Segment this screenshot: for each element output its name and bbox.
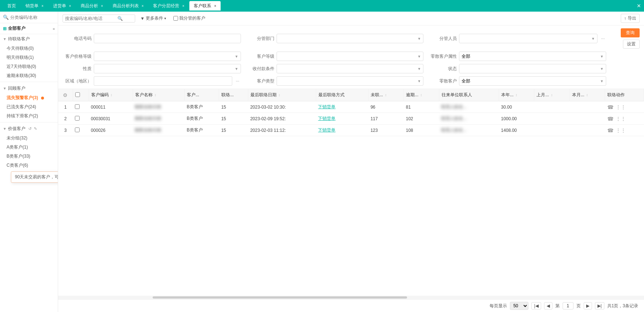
tab-close-0[interactable]: × — [41, 4, 44, 8]
sidebar-all-customers[interactable]: ⊞ 全部客户 « — [0, 23, 58, 34]
sidebar-item-7days[interactable]: 近7天待联络(0) — [0, 62, 58, 71]
row-checkbox-0[interactable] — [75, 104, 80, 109]
sort-icon-overdue[interactable]: ↕ — [420, 93, 422, 97]
close-window-button[interactable]: ✕ — [637, 3, 641, 9]
cell-name-2: 顾客名称示例 — [133, 125, 185, 136]
sort-icon-date[interactable]: ↕ — [278, 93, 280, 97]
sidebar-item-lost-customers[interactable]: 已流失客户(24) — [0, 102, 58, 112]
query-button[interactable]: 查询 — [621, 28, 640, 37]
sidebar-item-c-class[interactable]: C类客户(6) — [0, 161, 58, 170]
contact-icon-0[interactable]: ☎ — [607, 104, 613, 110]
tab-close-2[interactable]: × — [101, 4, 103, 8]
status-select[interactable]: ▼ — [459, 64, 606, 73]
cell-last-method-1: 下销货单 — [316, 113, 368, 125]
price-level-select[interactable]: ▼ — [94, 52, 241, 61]
per-page-select[interactable]: 50 100 200 — [510, 302, 528, 310]
nature-select[interactable]: ▼ — [94, 64, 241, 73]
status-label: 状态 — [428, 66, 457, 72]
cell-checkbox-0 — [73, 101, 89, 113]
type-select[interactable]: ▼ — [277, 76, 424, 86]
tab-close-1[interactable]: × — [69, 4, 71, 8]
more-conditions-button[interactable]: ▼ 更多条件 ▾ — [138, 14, 168, 23]
tab-close-4[interactable]: × — [182, 4, 184, 8]
region-select[interactable] — [94, 76, 232, 86]
sort-icon-unlinking[interactable]: ↕ — [385, 93, 387, 97]
nav-home-tab[interactable]: 首页 — [3, 1, 20, 11]
page-number-input[interactable] — [563, 302, 573, 309]
scrollbar-thumb[interactable] — [153, 296, 407, 299]
th-liaison: 往来单位联系人 — [439, 89, 499, 101]
sidebar-item-today[interactable]: 今天待联络(0) — [0, 44, 58, 53]
search-input[interactable] — [65, 16, 116, 21]
sidebar-item-churn-warning[interactable]: 流失预警客户(3) — [0, 93, 58, 102]
nav-tab-5[interactable]: 客户联系 × — [189, 1, 221, 11]
gear-icon[interactable]: ⚙ — [63, 92, 68, 98]
row-checkbox-2[interactable] — [75, 127, 80, 132]
nav-tab-1[interactable]: 进货单 × — [49, 1, 76, 11]
more-icon-1[interactable]: ⋮⋮ — [616, 116, 626, 122]
sidebar-group-label-review[interactable]: ▼ 回顾客户 — [0, 84, 58, 93]
sort-icon-last-month[interactable]: ↕ — [551, 93, 553, 97]
sidebar-item-declining[interactable]: 持续下滑客户(2) — [0, 112, 58, 121]
next-page-btn[interactable]: ▶ — [584, 302, 592, 309]
cell-actions-1: ☎ ⋮⋮ — [605, 113, 644, 125]
nav-tab-3[interactable]: 商品分析列表 × — [108, 1, 148, 11]
sidebar-item-overdue[interactable]: 逾期未联络(30) — [0, 71, 58, 80]
sidebar-group-label-value[interactable]: ▼ 价值客户 ↺ ✎ — [0, 124, 58, 134]
prev-page-btn[interactable]: ◀ — [544, 302, 552, 309]
sidebar-collapse-btn[interactable]: « — [53, 27, 55, 31]
cell-name-0: 顾客名称示例 — [133, 101, 185, 113]
zero-customer-select[interactable]: 全部 ▼ — [459, 76, 606, 86]
item-ungrouped-label: 未分组(32) — [7, 135, 27, 141]
nav-tab-0[interactable]: 销货单 × — [21, 1, 48, 11]
sort-icon-this-year[interactable]: ↕ — [515, 93, 517, 97]
nav-tab-4[interactable]: 客户分层经营 × — [149, 1, 189, 11]
cell-actions-0: ☎ ⋮⋮ — [605, 101, 644, 113]
my-customers-checkbox-wrap[interactable]: 我分管的客户 — [171, 14, 208, 23]
tab-close-3[interactable]: × — [142, 4, 144, 8]
nav-tab-2[interactable]: 商品分析 × — [76, 1, 108, 11]
level-select[interactable]: ▼ — [277, 52, 424, 61]
more-icon-2[interactable]: ⋮⋮ — [616, 127, 626, 133]
cell-name-1: 顾客名称示例 — [133, 113, 185, 125]
group-label-value: 价值客户 — [8, 126, 25, 132]
sidebar-item-a-class[interactable]: A类客户(1) — [0, 143, 58, 152]
sidebar-search-input[interactable] — [10, 15, 58, 20]
contact-icon-1[interactable]: ☎ — [607, 116, 613, 122]
row-checkbox-1[interactable] — [75, 116, 80, 121]
phone-label: 电话号码 — [63, 36, 92, 42]
select-all-checkbox[interactable] — [75, 92, 80, 97]
my-customers-checkbox[interactable] — [173, 16, 178, 21]
settings-button[interactable]: 设置 — [623, 40, 640, 49]
payment-select[interactable]: ▼ — [277, 64, 424, 73]
horizontal-scrollbar[interactable] — [58, 296, 644, 299]
person-ellipsis[interactable]: ··· — [600, 36, 606, 41]
cell-type-0: B类客户 — [185, 101, 219, 113]
last-page-btn[interactable]: ▶| — [595, 302, 604, 309]
filter-row-4: 区域（地区） ··· 客户类型 ▼ 零散客户 全部 ▼ — [63, 76, 640, 86]
sidebar-item-b-class[interactable]: B类客户(33) — [0, 152, 58, 161]
zero-attr-select[interactable]: 全部 ▼ — [459, 52, 606, 61]
region-ellipsis[interactable]: ··· — [234, 78, 241, 84]
cell-unlinking-1: 117 — [368, 113, 403, 125]
th-this-month-label: 本月... — [572, 92, 584, 97]
first-page-btn[interactable]: |◀ — [531, 302, 541, 309]
refresh-icon[interactable]: ↺ — [28, 126, 32, 131]
person-select[interactable]: ▼ — [459, 34, 597, 43]
edit-icon[interactable]: ✎ — [34, 126, 37, 131]
payment-arrow: ▼ — [417, 67, 421, 71]
sort-icon-this-month[interactable]: ↕ — [586, 93, 588, 97]
sort-icon-code[interactable]: ↕ — [110, 93, 112, 97]
sort-icon-name[interactable]: ↕ — [154, 93, 156, 97]
tab-close-5[interactable]: × — [214, 4, 216, 8]
sidebar-group-label-pending[interactable]: ▼ 待联络客户 — [0, 34, 58, 44]
dept-select[interactable]: ▼ — [277, 34, 424, 43]
tab-label-3: 商品分析列表 — [113, 3, 139, 9]
more-icon-0[interactable]: ⋮⋮ — [616, 104, 626, 110]
phone-input[interactable] — [94, 34, 241, 43]
cell-code-1: 00030031 — [89, 113, 133, 125]
contact-icon-2[interactable]: ☎ — [607, 127, 613, 133]
export-button[interactable]: ↑ 导出 — [621, 14, 640, 23]
sidebar-item-tomorrow[interactable]: 明天待联络(1) — [0, 53, 58, 62]
sidebar-item-ungrouped[interactable]: 未分组(32) — [0, 134, 58, 143]
